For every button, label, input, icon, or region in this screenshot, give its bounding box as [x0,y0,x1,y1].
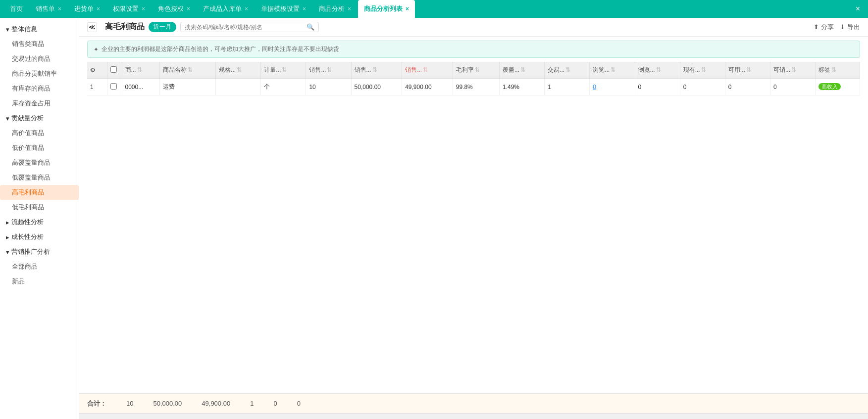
col-check [107,62,122,79]
col-spec[interactable]: 规格...⇅ [216,62,261,79]
col-saleable[interactable]: 可销...⇅ [770,62,816,79]
sidebar-item-low-value[interactable]: 低价值商品 [0,140,79,155]
main-layout: 整体信息 销售类商品 交易过的商品 商品分贡献销率 有库存的商品 库存资金占用 … [0,18,868,419]
search-input[interactable] [185,24,305,31]
row-checkbox[interactable] [110,83,117,90]
col-coverage[interactable]: 覆盖...⇅ [500,62,545,79]
col-name[interactable]: 商品名称⇅ [160,62,216,79]
tab-role-auth-close[interactable]: × [187,5,190,12]
col-index: ⚙ [87,62,107,79]
cell-sales-qty: 10 [306,79,351,95]
col-current-stock[interactable]: 现有...⇅ [680,62,725,79]
sidebar-item-new-goods[interactable]: 新品 [0,274,79,289]
col-code[interactable]: 商...⇅ [122,62,160,79]
export-button[interactable]: ⤓ 导出 [840,23,860,32]
cell-coverage: 1.49% [500,79,545,95]
content-header: ≪ 高毛利商品 近一月 🔍 ⬆ 分享 ⤓ 导出 [79,18,868,37]
content-area: ≪ 高毛利商品 近一月 🔍 ⬆ 分享 ⤓ 导出 ✦ 企业的主要 [79,18,868,419]
sidebar-collapse-button[interactable]: ≪ [87,22,97,32]
table-container[interactable]: ⚙ 商...⇅ 商品名称⇅ 规格...⇅ 计量...⇅ 销售...⇅ 销售...… [87,62,860,393]
col-transaction[interactable]: 交易...⇅ [545,62,590,79]
summary-sales-amount: 50,000.00 [153,400,182,407]
collapse-icon: ≪ [89,23,96,31]
sidebar-item-contribution-sales[interactable]: 商品分贡献销率 [0,66,79,81]
tab-purchase-order-close[interactable]: × [97,5,100,12]
col-gross-rate[interactable]: 毛利率⇅ [453,62,499,79]
cell-gross-rate: 99.8% [453,79,499,95]
cell-code: 0000... [122,79,160,95]
time-filter-button[interactable]: 近一月 [149,22,176,32]
tab-permissions[interactable]: 权限设置 × [107,0,151,18]
tab-goods-analysis-list-close[interactable]: × [406,5,409,12]
share-button[interactable]: ⬆ 分享 [814,23,834,32]
cell-sales-profit: 49,900.00 [402,79,453,95]
summary-browse2: 0 [273,400,277,407]
sidebar-item-high-coverage[interactable]: 高覆盖量商品 [0,155,79,170]
info-icon: ✦ [94,46,99,53]
cell-transaction: 1 [545,79,590,95]
sidebar-group-overall[interactable]: 整体信息 [0,22,79,37]
settings-icon[interactable]: ⚙ [90,67,96,74]
cell-current-stock: 0 [680,79,725,95]
sidebar-item-high-margin[interactable]: 高毛利商品 [0,185,79,200]
col-available[interactable]: 可用...⇅ [725,62,770,79]
tab-purchase-order[interactable]: 进货单 × [68,0,106,18]
summary-transaction: 1 [250,400,254,407]
header-actions: ⬆ 分享 ⤓ 导出 [814,23,860,32]
cell-browse1[interactable]: 0 [590,79,635,95]
tab-product-inbound-close[interactable]: × [245,5,248,12]
sidebar-item-sales-goods[interactable]: 销售类商品 [0,37,79,51]
sidebar-item-stock-fund[interactable]: 库存资金占用 [0,96,79,111]
sidebar-group-trend[interactable]: 流趋性分析 [0,215,79,230]
sidebar-item-low-margin[interactable]: 低毛利商品 [0,200,79,215]
tab-goods-analysis[interactable]: 商品分析 × [313,0,357,18]
tab-role-auth[interactable]: 角色授权 × [152,0,196,18]
tab-template-settings[interactable]: 单据模板设置 × [255,0,312,18]
tab-home[interactable]: 首页 [4,0,29,18]
sidebar-item-all-goods[interactable]: 全部商品 [0,259,79,274]
sidebar-item-low-coverage[interactable]: 低覆盖量商品 [0,170,79,185]
col-tag[interactable]: 标签⇅ [816,62,860,79]
cell-spec [216,79,261,95]
cell-index: 1 [87,79,107,95]
cell-name: 运费 [160,79,216,95]
horizontal-scrollbar[interactable] [79,413,868,419]
tab-sales-order[interactable]: 销售单 × [30,0,67,18]
info-banner: ✦ 企业的主要的利润都是这部分商品创造的，可考虑加大推广，同时关注库存是不要出现… [87,41,860,58]
sidebar-group-growth[interactable]: 成长性分析 [0,230,79,244]
table-row: 1 0000... 运费 个 10 50,000.00 49,900.00 99… [87,79,860,95]
tab-goods-analysis-close[interactable]: × [348,5,351,12]
share-icon: ⬆ [814,23,819,31]
sidebar: 整体信息 销售类商品 交易过的商品 商品分贡献销率 有库存的商品 库存资金占用 … [0,18,79,419]
select-all-checkbox[interactable] [110,66,117,73]
col-sales-amount[interactable]: 销售...⇅ [351,62,402,79]
col-browse2[interactable]: 浏览...⇅ [635,62,680,79]
col-sales-profit[interactable]: 销售...⇅ [402,62,453,79]
col-unit[interactable]: 计量...⇅ [261,62,306,79]
chevron-down-icon-2 [6,115,9,122]
cell-unit: 个 [261,79,306,95]
tab-template-settings-close[interactable]: × [303,5,306,12]
sidebar-group-marketing[interactable]: 营销推广分析 [0,244,79,259]
summary-saleable: 0 [297,400,301,407]
summary-sales-qty: 10 [126,400,133,407]
window-close-button[interactable]: × [852,4,864,13]
summary-sales-profit: 49,900.00 [202,400,230,407]
sidebar-item-traded-goods[interactable]: 交易过的商品 [0,51,79,66]
col-browse1[interactable]: 浏览...⇅ [590,62,635,79]
cell-check[interactable] [107,79,122,95]
search-icon[interactable]: 🔍 [306,23,314,31]
sidebar-group-contribution[interactable]: 贡献量分析 [0,111,79,126]
col-sales-qty[interactable]: 销售...⇅ [306,62,351,79]
chevron-down-icon [6,26,9,33]
tab-sales-order-close[interactable]: × [58,5,61,12]
tab-product-inbound[interactable]: 产成品入库单 × [197,0,254,18]
cell-browse2: 0 [635,79,680,95]
sidebar-item-in-stock-goods[interactable]: 有库存的商品 [0,81,79,96]
tab-permissions-close[interactable]: × [142,5,145,12]
tab-goods-analysis-list[interactable]: 商品分析列表 × [358,0,415,18]
cell-available: 0 [725,79,770,95]
sidebar-item-high-value[interactable]: 高价值商品 [0,126,79,140]
search-box: 🔍 [180,22,319,32]
export-icon: ⤓ [840,23,845,31]
